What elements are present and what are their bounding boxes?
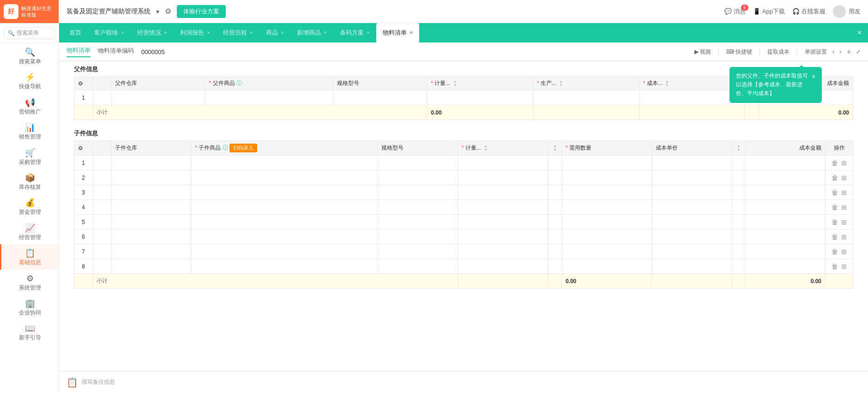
delete-icon[interactable]: 🗑	[832, 174, 838, 181]
parent-cell-spec[interactable]	[333, 91, 427, 105]
tab-close-barcode[interactable]: ×	[367, 30, 370, 36]
parent-cell-production[interactable]	[533, 91, 639, 105]
child-cell-spec[interactable]	[378, 259, 458, 274]
child-cell-product[interactable]	[191, 156, 378, 170]
child-cell-unit[interactable]	[458, 244, 548, 259]
sort-icon3[interactable]: ▲▼	[665, 80, 669, 87]
tab-close-profit[interactable]: ×	[207, 30, 210, 36]
child-sort-icon3[interactable]: ▲▼	[737, 145, 741, 152]
child-cell-spec[interactable]	[378, 156, 458, 170]
child-cell-unit-cost[interactable]	[651, 215, 731, 230]
tab-barcode[interactable]: 条码方案×	[333, 23, 376, 42]
tab-close-products[interactable]: ×	[281, 30, 284, 36]
app-download-action[interactable]: 📱 App下载	[753, 7, 785, 16]
child-cell-unit[interactable]	[458, 185, 548, 200]
nav-next[interactable]: ›	[840, 48, 842, 55]
user-area[interactable]: 用友	[833, 5, 861, 18]
trial-button[interactable]: 体验行业方案	[177, 5, 226, 18]
child-cell-product[interactable]	[191, 170, 378, 185]
child-cell-unit-cost[interactable]	[651, 200, 731, 215]
child-th-gear[interactable]: ⚙	[74, 141, 93, 156]
copy-icon[interactable]: ⊞	[841, 204, 847, 211]
child-sort-icon1[interactable]: ▲▼	[484, 145, 488, 152]
shortcut-action[interactable]: ⌨ 快捷键	[726, 48, 752, 56]
single-settings-action[interactable]: 单据设置	[805, 48, 827, 56]
parent-cell-product[interactable]	[205, 91, 333, 105]
child-cell-qty[interactable]	[561, 185, 651, 200]
sidebar-item-system[interactable]: ⚙ 系统管理	[0, 270, 59, 295]
tab-products[interactable]: 商品×	[259, 23, 290, 42]
delete-icon[interactable]: 🗑	[832, 218, 838, 226]
child-cell-qty[interactable]	[561, 230, 651, 244]
page-tab-bom[interactable]: 物料清单	[66, 46, 90, 57]
menu-icon[interactable]: ≡	[847, 48, 850, 55]
child-cell-unit-cost[interactable]	[651, 230, 731, 244]
copy-icon[interactable]: ⊞	[841, 263, 847, 270]
child-cell-product[interactable]	[191, 244, 378, 259]
sidebar-item-finance[interactable]: 💰 资金管理	[0, 194, 59, 219]
delete-icon[interactable]: 🗑	[832, 189, 838, 196]
tab-close-customer[interactable]: ×	[121, 30, 124, 36]
tab-history[interactable]: 经营历程×	[217, 23, 259, 42]
child-cell-product[interactable]	[191, 200, 378, 215]
sidebar-item-search[interactable]: 🔍 搜索菜单	[0, 43, 59, 68]
sidebar-item-guide[interactable]: 📖 新手引导	[0, 320, 59, 345]
child-cell-unit-cost[interactable]	[651, 185, 731, 200]
child-cell-unit-cost[interactable]	[651, 244, 731, 259]
copy-icon[interactable]: ⊞	[841, 218, 847, 226]
child-cell-qty[interactable]	[561, 156, 651, 170]
note-icon[interactable]: 📋	[66, 377, 78, 388]
child-cell-warehouse[interactable]	[111, 230, 191, 244]
child-cell-warehouse[interactable]	[111, 259, 191, 274]
child-cell-spec[interactable]	[378, 215, 458, 230]
child-cell-warehouse[interactable]	[111, 244, 191, 259]
delete-icon[interactable]: 🗑	[832, 204, 838, 211]
tooltip-close[interactable]: ×	[812, 72, 815, 82]
child-cell-unit[interactable]	[458, 156, 548, 170]
child-cell-spec[interactable]	[378, 200, 458, 215]
extract-cost-action[interactable]: 提取成本	[767, 48, 790, 56]
child-cell-product[interactable]	[191, 215, 378, 230]
fullscreen-icon[interactable]: ⤢	[856, 48, 861, 55]
scan-button[interactable]: 扫码录入	[229, 144, 257, 152]
tab-close-all[interactable]: ×	[855, 29, 864, 37]
sort-icon2[interactable]: ▲▼	[559, 80, 563, 87]
sidebar-item-operations-mgmt[interactable]: 📈 经营管理	[0, 219, 59, 244]
child-cell-product[interactable]	[191, 185, 378, 200]
child-cell-qty[interactable]	[561, 215, 651, 230]
copy-icon[interactable]: ⊞	[841, 189, 847, 196]
delete-icon[interactable]: 🗑	[832, 263, 838, 270]
copy-icon[interactable]: ⊞	[841, 233, 847, 241]
settings-icon[interactable]: ⚙	[165, 7, 171, 16]
child-cell-unit-cost[interactable]	[651, 170, 731, 185]
tab-customer[interactable]: 客户联络×	[88, 23, 131, 42]
child-cell-warehouse[interactable]	[111, 200, 191, 215]
page-tab-code[interactable]: 物料清单编码	[98, 47, 134, 57]
child-cell-warehouse[interactable]	[111, 170, 191, 185]
delete-icon[interactable]: 🗑	[832, 248, 838, 255]
sort-icon[interactable]: ▲▼	[453, 80, 457, 87]
message-action[interactable]: 💬 消息 6	[724, 7, 746, 16]
child-cell-warehouse[interactable]	[111, 215, 191, 230]
tab-home[interactable]: 首页	[63, 23, 88, 42]
child-cell-spec[interactable]	[378, 185, 458, 200]
search-menu-button[interactable]: 🔍 搜索菜单	[4, 27, 55, 39]
child-cell-unit-cost[interactable]	[651, 156, 731, 170]
child-cell-unit[interactable]	[458, 215, 548, 230]
video-action[interactable]: ▶ 视频	[694, 48, 711, 56]
child-cell-spec[interactable]	[378, 244, 458, 259]
tab-profit[interactable]: 利润报告×	[174, 23, 217, 42]
tab-operations[interactable]: 经营情况×	[131, 23, 174, 42]
tab-bom[interactable]: 物料清单×	[376, 23, 419, 42]
child-cell-unit[interactable]	[458, 230, 548, 244]
sidebar-search[interactable]: 🔍 搜索菜单	[0, 23, 59, 43]
online-service-action[interactable]: 🎧 在线客服	[792, 7, 826, 16]
tab-new_products[interactable]: 新增商品×	[290, 23, 333, 42]
sidebar-item-basic-info[interactable]: 📋 基础信息	[0, 244, 59, 269]
tab-close-operations[interactable]: ×	[164, 30, 167, 36]
tab-close-history[interactable]: ×	[250, 30, 253, 36]
sidebar-item-sales[interactable]: 📊 销售管理	[0, 119, 59, 144]
child-cell-unit[interactable]	[458, 200, 548, 215]
child-cell-product[interactable]	[191, 230, 378, 244]
tab-close-bom[interactable]: ×	[410, 30, 413, 36]
